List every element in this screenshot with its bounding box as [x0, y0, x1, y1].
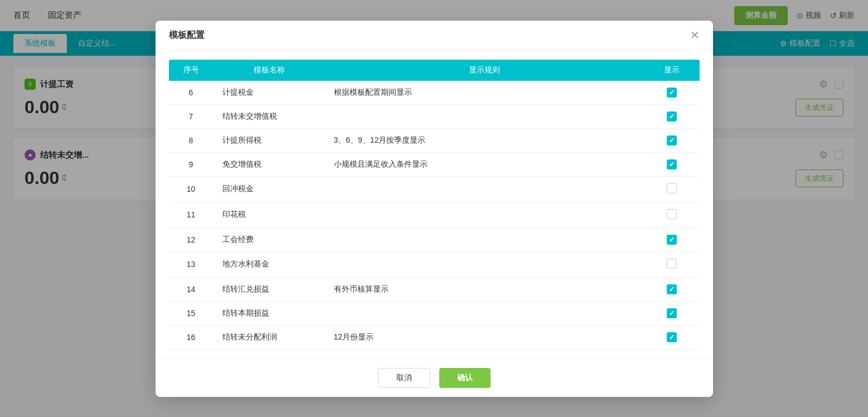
cancel-button[interactable]: 取消	[378, 368, 430, 388]
row-display-6	[644, 81, 700, 105]
row-id-11: 11	[169, 202, 214, 227]
row-display-14	[644, 277, 700, 301]
table-row: 14结转汇兑损益有外币核算显示	[169, 277, 700, 301]
modal-title: 模板配置	[169, 30, 205, 41]
checkbox-16[interactable]	[667, 332, 677, 342]
row-name-12: 工会经费	[214, 227, 325, 251]
row-id-16: 16	[169, 325, 214, 349]
row-rule-11	[325, 202, 644, 227]
confirm-button[interactable]: 确认	[439, 368, 491, 388]
row-rule-8: 3、6、9、12月按季度显示	[325, 128, 644, 152]
row-name-9: 免交增值税	[214, 152, 325, 176]
modal-body: 序号 模板名称 显示规则 显示 6计提税金根据模板配置期间显示7结转未交增值税8…	[156, 51, 713, 358]
row-id-7: 7	[169, 104, 214, 128]
row-rule-15	[325, 301, 644, 325]
table-body: 6计提税金根据模板配置期间显示7结转未交增值税8计提所得税3、6、9、12月按季…	[169, 81, 700, 350]
config-table: 序号 模板名称 显示规则 显示 6计提税金根据模板配置期间显示7结转未交增值税8…	[169, 60, 700, 350]
row-name-13: 地方水利基金	[214, 251, 325, 277]
checkbox-8[interactable]	[667, 135, 677, 146]
checkbox-9[interactable]	[667, 159, 677, 169]
table-row: 12工会经费	[169, 227, 700, 251]
table-row: 8计提所得税3、6、9、12月按季度显示	[169, 128, 700, 152]
checkbox-11[interactable]	[667, 209, 677, 219]
checkbox-7[interactable]	[667, 111, 677, 122]
row-name-6: 计提税金	[214, 81, 325, 105]
row-rule-13	[325, 251, 644, 277]
modal-header: 模板配置 ✕	[156, 21, 713, 51]
checkbox-6[interactable]	[667, 88, 677, 98]
checkbox-12[interactable]	[667, 235, 677, 245]
checkbox-15[interactable]	[667, 308, 677, 318]
row-rule-6: 根据模板配置期间显示	[325, 81, 644, 105]
row-display-16	[644, 325, 700, 349]
row-display-8	[644, 128, 700, 152]
table-row: 15结转本期损益	[169, 301, 700, 325]
col-header-name: 模板名称	[214, 60, 325, 81]
row-name-8: 计提所得税	[214, 128, 325, 152]
table-row: 9免交增值税小规模且满足收入条件显示	[169, 152, 700, 176]
row-id-14: 14	[169, 277, 214, 301]
table-row: 13地方水利基金	[169, 251, 700, 277]
row-name-10: 回冲税金	[214, 176, 325, 202]
row-id-8: 8	[169, 128, 214, 152]
row-id-15: 15	[169, 301, 214, 325]
row-id-6: 6	[169, 81, 214, 105]
modal-footer: 取消 确认	[156, 358, 713, 397]
checkbox-10[interactable]	[667, 183, 677, 193]
col-header-rule: 显示规则	[325, 60, 644, 81]
row-name-15: 结转本期损益	[214, 301, 325, 325]
table-row: 6计提税金根据模板配置期间显示	[169, 81, 700, 105]
table-header: 序号 模板名称 显示规则 显示	[169, 60, 700, 81]
row-display-7	[644, 104, 700, 128]
row-id-10: 10	[169, 176, 214, 202]
col-header-display: 显示	[644, 60, 700, 81]
row-display-10	[644, 176, 700, 202]
row-name-7: 结转未交增值税	[214, 104, 325, 128]
row-display-15	[644, 301, 700, 325]
row-id-13: 13	[169, 251, 214, 277]
table-row: 7结转未交增值税	[169, 104, 700, 128]
row-name-16: 结转未分配利润	[214, 325, 325, 349]
table-row: 11印花税	[169, 202, 700, 227]
row-id-9: 9	[169, 152, 214, 176]
table-row: 16结转未分配利润12月份显示	[169, 325, 700, 349]
checkbox-14[interactable]	[667, 284, 677, 294]
col-header-id: 序号	[169, 60, 214, 81]
table-row: 10回冲税金	[169, 176, 700, 202]
modal-overlay: 模板配置 ✕ 序号 模板名称 显示规则 显示 6计提税金根据模板配置期间显示7结…	[0, 0, 868, 417]
row-display-12	[644, 227, 700, 251]
checkbox-13[interactable]	[667, 259, 677, 269]
row-display-9	[644, 152, 700, 176]
row-display-11	[644, 202, 700, 227]
row-rule-14: 有外币核算显示	[325, 277, 644, 301]
row-rule-16: 12月份显示	[325, 325, 644, 349]
row-id-12: 12	[169, 227, 214, 251]
row-rule-9: 小规模且满足收入条件显示	[325, 152, 644, 176]
row-display-13	[644, 251, 700, 277]
row-name-11: 印花税	[214, 202, 325, 227]
modal-close-button[interactable]: ✕	[690, 30, 700, 41]
row-rule-7	[325, 104, 644, 128]
row-rule-10	[325, 176, 644, 202]
row-name-14: 结转汇兑损益	[214, 277, 325, 301]
row-rule-12	[325, 227, 644, 251]
template-config-modal: 模板配置 ✕ 序号 模板名称 显示规则 显示 6计提税金根据模板配置期间显示7结…	[156, 21, 713, 397]
